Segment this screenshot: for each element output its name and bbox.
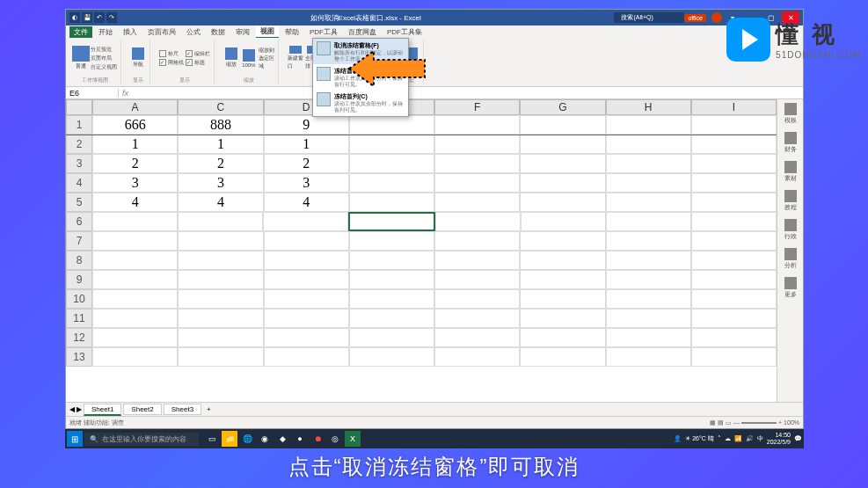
app-icon[interactable]: ◉ (257, 431, 273, 447)
cell[interactable] (434, 154, 520, 173)
col-header[interactable]: H (606, 99, 691, 115)
cell[interactable] (348, 212, 435, 231)
add-sheet-button[interactable]: + (203, 404, 215, 414)
cell[interactable] (520, 135, 605, 154)
cell[interactable] (520, 347, 605, 367)
cell[interactable] (691, 289, 777, 309)
cell[interactable] (349, 154, 434, 173)
cell[interactable] (606, 347, 691, 367)
cell[interactable] (92, 231, 178, 251)
row-header[interactable]: 13 (66, 347, 92, 367)
undo-icon[interactable]: ↶ (94, 12, 105, 23)
cell[interactable]: 2 (178, 154, 263, 173)
cell[interactable] (691, 270, 777, 289)
cell[interactable] (691, 251, 777, 270)
tab-home[interactable]: 开始 (94, 26, 117, 38)
cell[interactable]: 1 (92, 135, 178, 154)
page-layout[interactable]: 页面布局 (91, 55, 117, 62)
cell[interactable] (264, 309, 349, 328)
user-avatar-icon[interactable] (711, 12, 722, 23)
tab-baidu[interactable]: 百度网盘 (344, 26, 381, 38)
cell[interactable] (520, 251, 605, 270)
select-all-corner[interactable] (66, 99, 92, 115)
volume-icon[interactable]: 🔊 (746, 435, 754, 442)
cell[interactable] (691, 115, 777, 135)
cell[interactable] (92, 328, 178, 347)
new-window-button[interactable]: 新建窗口 (288, 46, 303, 70)
row-header[interactable]: 12 (66, 328, 92, 347)
cell[interactable] (92, 212, 178, 231)
side-more[interactable]: 更多 (784, 277, 797, 299)
ime-icon[interactable]: 中 (757, 434, 763, 443)
cell[interactable]: 4 (178, 193, 263, 212)
col-header[interactable]: F (434, 99, 520, 115)
cell[interactable] (521, 212, 606, 231)
cell[interactable] (349, 328, 434, 347)
cell[interactable] (349, 115, 434, 135)
cell[interactable] (349, 251, 434, 270)
sheet-tab-2[interactable]: Sheet2 (123, 404, 161, 415)
app-icon[interactable]: ◎ (327, 431, 343, 447)
cell[interactable]: 1 (264, 135, 349, 154)
side-templates[interactable]: 模板 (784, 103, 797, 125)
cell[interactable] (606, 231, 691, 251)
tab-view[interactable]: 视图 (256, 25, 279, 39)
cell[interactable]: 2 (264, 154, 349, 173)
cell[interactable] (434, 289, 520, 309)
freeze-first-col-item[interactable]: 冻结首列(C)滚动工作表其余部分时，保持首列可见。 (313, 90, 408, 115)
zoom-button[interactable]: 缩放 (223, 46, 239, 70)
cell[interactable] (691, 212, 777, 231)
cell[interactable] (434, 193, 520, 212)
cell[interactable] (434, 115, 520, 135)
cell[interactable] (520, 193, 605, 212)
zoom-slider[interactable] (741, 422, 777, 424)
row-header[interactable]: 9 (66, 270, 92, 289)
cell[interactable]: 1 (178, 135, 263, 154)
formula-bar-checkbox[interactable]: 编辑栏 (186, 50, 210, 58)
cell[interactable] (606, 289, 691, 309)
cell[interactable] (520, 231, 605, 251)
col-header[interactable]: G (520, 99, 605, 115)
cell[interactable] (434, 135, 520, 154)
clock[interactable]: 14:50 2022/5/9 (767, 432, 791, 445)
cell[interactable] (178, 347, 263, 367)
cell[interactable] (92, 309, 178, 328)
row-header[interactable]: 8 (66, 251, 92, 270)
cell[interactable] (691, 231, 777, 251)
cell[interactable] (435, 212, 521, 231)
tab-pdf[interactable]: PDF工具 (305, 26, 342, 38)
cell[interactable] (264, 251, 349, 270)
cell[interactable]: 4 (92, 193, 178, 212)
col-header[interactable]: C (178, 99, 263, 115)
sheet-tab-1[interactable]: Sheet1 (84, 404, 121, 416)
cell[interactable] (178, 212, 263, 231)
tab-pdf2[interactable]: PDF工具集 (383, 26, 427, 38)
ruler-checkbox[interactable]: 标尺 (159, 50, 184, 58)
cell[interactable] (606, 309, 691, 328)
zoom-selection-button[interactable]: 缩放到选定区域 (259, 46, 274, 70)
cell[interactable] (264, 289, 349, 309)
cell[interactable]: 666 (92, 115, 178, 135)
side-finance[interactable]: 财务 (784, 132, 797, 154)
col-header[interactable]: I (691, 99, 777, 115)
tray-chevron-icon[interactable]: ˄ (718, 435, 721, 442)
row-header[interactable]: 11 (66, 309, 92, 328)
row-header[interactable]: 7 (66, 231, 92, 251)
cell[interactable] (520, 173, 605, 193)
sheet-nav-next-icon[interactable]: ▶ (77, 405, 82, 413)
task-view-icon[interactable]: ▭ (204, 431, 220, 447)
cell[interactable] (92, 289, 178, 309)
normal-view-button[interactable]: 普通 (73, 46, 89, 70)
view-layout-icon[interactable]: ▤ (718, 419, 724, 426)
formula-bar[interactable]: fx (119, 89, 803, 98)
headings-checkbox[interactable]: 标题 (186, 59, 210, 67)
row-header[interactable]: 4 (66, 173, 92, 193)
tab-file[interactable]: 文件 (69, 26, 92, 38)
cell[interactable] (349, 309, 434, 328)
row-header[interactable]: 10 (66, 289, 92, 309)
cell[interactable]: 9 (264, 115, 349, 135)
sheet-tab-3[interactable]: Sheet3 (164, 404, 201, 415)
cell[interactable] (349, 135, 434, 154)
cell[interactable] (264, 231, 349, 251)
cell[interactable] (606, 328, 691, 347)
